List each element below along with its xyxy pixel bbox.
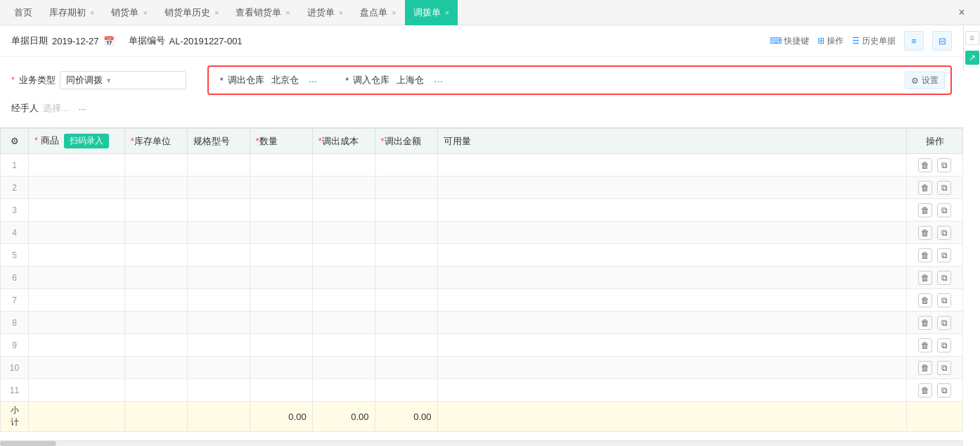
row-spec[interactable] xyxy=(187,199,250,222)
row-available[interactable] xyxy=(437,312,906,334)
row-qty[interactable] xyxy=(250,379,312,402)
row-unit[interactable] xyxy=(124,267,187,289)
row-unit[interactable] xyxy=(124,222,187,244)
row-goods[interactable] xyxy=(29,334,125,357)
tab-purchase[interactable]: 进货单 × xyxy=(299,0,352,25)
person-more[interactable]: ··· xyxy=(79,103,86,114)
tab-view-sale-close[interactable]: × xyxy=(285,8,290,17)
row-qty[interactable] xyxy=(250,289,312,312)
delete-icon[interactable]: 🗑 xyxy=(918,338,932,352)
settings-button[interactable]: ⚙ 设置 xyxy=(905,72,945,89)
row-cost[interactable] xyxy=(312,154,375,177)
layout-grid-button[interactable]: ⊟ xyxy=(932,31,952,51)
row-spec[interactable] xyxy=(187,154,250,177)
row-cost[interactable] xyxy=(312,379,375,402)
delete-icon[interactable]: 🗑 xyxy=(918,271,932,285)
row-amount[interactable] xyxy=(375,334,437,357)
row-amount[interactable] xyxy=(375,379,437,402)
tab-purchase-close[interactable]: × xyxy=(339,8,343,17)
shortcuts-button[interactable]: ⌨ 快捷键 xyxy=(770,35,809,47)
row-amount[interactable] xyxy=(375,199,437,222)
row-goods[interactable] xyxy=(29,177,125,199)
row-goods[interactable] xyxy=(29,357,125,379)
row-qty[interactable] xyxy=(250,222,312,244)
row-qty[interactable] xyxy=(250,154,312,177)
row-amount[interactable] xyxy=(375,222,437,244)
row-available[interactable] xyxy=(437,334,906,357)
tab-inventory[interactable]: 盘点单 × xyxy=(352,0,404,25)
row-amount[interactable] xyxy=(375,244,437,267)
row-cost[interactable] xyxy=(312,267,375,289)
row-qty[interactable] xyxy=(250,267,312,289)
scan-input-button[interactable]: 扫码录入 xyxy=(64,134,109,148)
row-spec[interactable] xyxy=(187,334,250,357)
window-close-button[interactable]: × xyxy=(949,0,974,25)
delete-icon[interactable]: 🗑 xyxy=(918,203,932,217)
in-warehouse-more[interactable]: ··· xyxy=(434,75,443,87)
sidebar-export-icon[interactable]: ↗ xyxy=(965,51,979,65)
out-warehouse-more[interactable]: ··· xyxy=(309,75,318,87)
copy-icon[interactable]: ⧉ xyxy=(937,293,951,307)
row-unit[interactable] xyxy=(124,379,187,402)
tab-sale-order[interactable]: 销货单 × xyxy=(103,0,155,25)
row-amount[interactable] xyxy=(375,154,437,177)
row-available[interactable] xyxy=(437,357,906,379)
tab-stock-init[interactable]: 库存期初 × xyxy=(41,0,103,25)
sidebar-list-icon[interactable]: ≡ xyxy=(965,31,979,45)
calendar-icon[interactable]: 📅 xyxy=(103,36,115,46)
row-cost[interactable] xyxy=(312,334,375,357)
row-unit[interactable] xyxy=(124,199,187,222)
tab-sale-history-close[interactable]: × xyxy=(214,8,219,17)
row-available[interactable] xyxy=(437,222,906,244)
th-settings[interactable]: ⚙ xyxy=(1,129,29,154)
delete-icon[interactable]: 🗑 xyxy=(918,226,932,240)
copy-icon[interactable]: ⧉ xyxy=(937,338,951,352)
biz-type-select[interactable]: 同价调拨 ▼ xyxy=(60,71,186,89)
copy-icon[interactable]: ⧉ xyxy=(937,248,951,262)
tab-transfer-close[interactable]: × xyxy=(445,8,449,17)
copy-icon[interactable]: ⧉ xyxy=(937,361,951,375)
row-available[interactable] xyxy=(437,379,906,402)
tab-transfer[interactable]: 调拨单 × xyxy=(405,0,458,25)
tab-sale-history[interactable]: 销货单历史 × xyxy=(156,0,227,25)
delete-icon[interactable]: 🗑 xyxy=(918,383,932,397)
row-goods[interactable] xyxy=(29,244,125,267)
row-qty[interactable] xyxy=(250,357,312,379)
row-cost[interactable] xyxy=(312,199,375,222)
row-unit[interactable] xyxy=(124,334,187,357)
tab-sale-order-close[interactable]: × xyxy=(143,8,147,17)
row-spec[interactable] xyxy=(187,357,250,379)
copy-icon[interactable]: ⧉ xyxy=(937,203,951,217)
row-qty[interactable] xyxy=(250,199,312,222)
row-available[interactable] xyxy=(437,244,906,267)
delete-icon[interactable]: 🗑 xyxy=(918,181,932,195)
copy-icon[interactable]: ⧉ xyxy=(937,226,951,240)
row-cost[interactable] xyxy=(312,177,375,199)
person-placeholder[interactable]: 选择... xyxy=(43,102,69,115)
row-spec[interactable] xyxy=(187,222,250,244)
copy-icon[interactable]: ⧉ xyxy=(937,181,951,195)
delete-icon[interactable]: 🗑 xyxy=(918,248,932,262)
row-goods[interactable] xyxy=(29,289,125,312)
row-available[interactable] xyxy=(437,177,906,199)
row-available[interactable] xyxy=(437,289,906,312)
row-qty[interactable] xyxy=(250,312,312,334)
row-unit[interactable] xyxy=(124,154,187,177)
row-amount[interactable] xyxy=(375,289,437,312)
row-amount[interactable] xyxy=(375,267,437,289)
delete-icon[interactable]: 🗑 xyxy=(918,158,932,172)
ops-button[interactable]: ⊞ 操作 xyxy=(818,35,844,47)
row-cost[interactable] xyxy=(312,312,375,334)
copy-icon[interactable]: ⧉ xyxy=(937,316,951,330)
copy-icon[interactable]: ⧉ xyxy=(937,383,951,397)
row-spec[interactable] xyxy=(187,244,250,267)
tab-stock-init-close[interactable]: × xyxy=(90,8,94,17)
delete-icon[interactable]: 🗑 xyxy=(918,316,932,330)
tab-home[interactable]: 首页 xyxy=(6,0,41,25)
row-goods[interactable] xyxy=(29,222,125,244)
row-goods[interactable] xyxy=(29,154,125,177)
layout-list-button[interactable]: ≡ xyxy=(904,31,924,51)
row-spec[interactable] xyxy=(187,267,250,289)
row-spec[interactable] xyxy=(187,289,250,312)
row-unit[interactable] xyxy=(124,312,187,334)
